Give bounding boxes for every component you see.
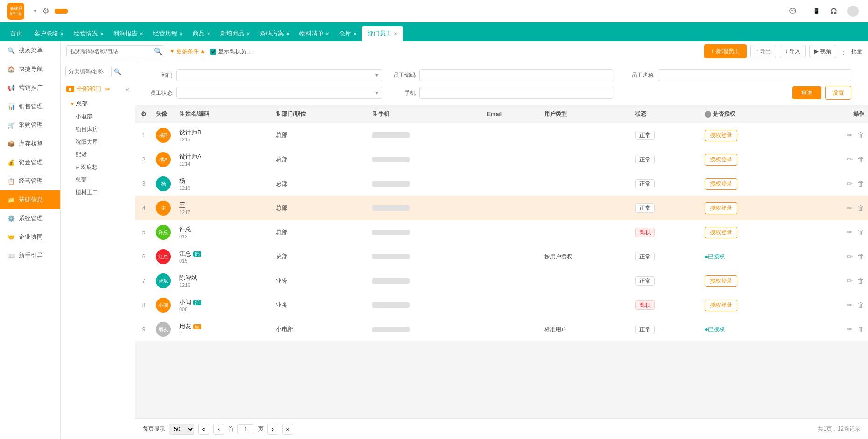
more-actions-icon[interactable]: ⋮ (840, 47, 847, 56)
dept-node-shuanglu[interactable]: ▶ 双鹿想 (72, 161, 135, 174)
sidebar-item-purchase[interactable]: 🛒 采购管理 (0, 116, 60, 134)
tab-bom[interactable]: 物料清单 ✕ (295, 26, 334, 41)
col-name[interactable]: ⇅ 姓名/编码 (175, 105, 272, 123)
import-btn[interactable]: ↓ 导入 (780, 45, 806, 58)
edit-row-icon[interactable]: ✏ (847, 228, 853, 236)
delete-row-icon[interactable]: 🗑 (857, 180, 864, 188)
col-phone[interactable]: ⇅ 手机 (368, 105, 483, 123)
export-btn[interactable]: ↑ 导出 (750, 45, 776, 58)
tab-dept-staff[interactable]: 部门员工 ✕ (362, 26, 403, 41)
set-btn[interactable]: 设置 (825, 86, 851, 100)
tab-warehouse[interactable]: 仓库 ✕ (334, 26, 361, 41)
row-avatar: 王 (152, 196, 175, 220)
show-former-label[interactable]: 显示离职员工 (210, 48, 252, 56)
sidebar-item-marketing[interactable]: 📢 营销推广 (0, 78, 60, 97)
search-icon[interactable]: 🔍 (154, 47, 163, 56)
dept-node-zhishuwang[interactable]: 植树王二 (72, 186, 135, 199)
tab-home[interactable]: 首页 (4, 26, 29, 41)
auth-login-btn[interactable]: 授权登录 (705, 227, 737, 238)
delete-row-icon[interactable]: 🗑 (857, 277, 864, 285)
sidebar-item-quicknav[interactable]: 🏠 快捷导航 (0, 60, 60, 78)
dept-node-peihuo[interactable]: 配货 (72, 148, 135, 161)
add-employee-btn[interactable]: + 新增员工 (704, 44, 747, 58)
edit-row-icon[interactable]: ✏ (847, 301, 853, 309)
sidebar-item-collab[interactable]: 🤝 企业协同 (0, 228, 60, 246)
col-settings[interactable]: ⚙ (135, 105, 152, 123)
gear-btn[interactable]: ⚙ (42, 7, 49, 15)
tab-customer[interactable]: 客户联络 ✕ (29, 26, 69, 41)
sidebar-item-business[interactable]: 📋 经营管理 (0, 172, 60, 190)
sidebar-item-inventory[interactable]: 📦 库存核算 (0, 134, 60, 153)
edit-row-icon[interactable]: ✏ (847, 155, 853, 163)
sidebar-item-system[interactable]: ⚙️ 系统管理 (0, 209, 60, 228)
delete-row-icon[interactable]: 🗑 (857, 204, 864, 212)
online-service-btn[interactable]: 🎧 (830, 8, 839, 14)
auth-login-btn[interactable]: 授权登录 (705, 300, 737, 311)
edit-row-icon[interactable]: ✏ (847, 252, 853, 260)
query-btn[interactable]: 查询 (792, 86, 821, 99)
auth-login-btn[interactable]: 授权登录 (705, 178, 737, 190)
message-btn[interactable]: 💬 (789, 8, 805, 14)
tab-profit[interactable]: 利润报告 ✕ (109, 26, 148, 41)
delete-row-icon[interactable]: 🗑 (857, 325, 864, 333)
dept-search-icon[interactable]: 🔍 (114, 68, 121, 75)
sidebar-item-search[interactable]: 🔍 搜索菜单 (0, 41, 60, 60)
video-btn[interactable]: ▶ 视频 (809, 45, 836, 58)
tab-operation[interactable]: 经营情况 ✕ (69, 26, 108, 41)
row-avatar: 智斌 (152, 269, 175, 293)
show-former-checkbox[interactable] (210, 49, 216, 55)
phone-filter-input[interactable] (419, 87, 613, 99)
first-page-btn[interactable]: « (198, 424, 209, 435)
col-dept[interactable]: ⇅ 部门/职位 (272, 105, 368, 123)
dept-select[interactable]: ▾ (176, 69, 382, 81)
filter-btn[interactable]: ▼ 更多条件 ▲ (169, 48, 206, 56)
dept-node-projectroom[interactable]: 项目库房 (72, 123, 135, 136)
last-page-btn[interactable]: » (282, 424, 293, 435)
delete-row-icon[interactable]: 🗑 (857, 301, 864, 309)
tab-barcode[interactable]: 条码方案 ✕ (255, 26, 294, 41)
edit-row-icon[interactable]: ✏ (847, 131, 853, 139)
edit-row-icon[interactable]: ✏ (847, 204, 853, 212)
sidebar-item-sales[interactable]: 📊 销售管理 (0, 97, 60, 116)
next-page-btn[interactable]: › (267, 424, 278, 435)
dept-node-xiaodibu[interactable]: 小电部 (72, 111, 135, 123)
edit-row-icon[interactable]: ✏ (847, 325, 853, 333)
all-dept-label[interactable]: 全部部门 (77, 85, 101, 93)
sidebar-item-guide[interactable]: 📖 新手引导 (0, 246, 60, 265)
dept-search-input[interactable] (65, 66, 112, 77)
per-page-select[interactable]: 50 20 100 (169, 424, 194, 435)
tab-add-goods[interactable]: 新增商品 ✕ (215, 26, 255, 41)
delete-row-icon[interactable]: 🗑 (857, 228, 864, 236)
auth-login-btn[interactable]: 授权登录 (705, 202, 737, 214)
sidebar-item-finance[interactable]: 💰 资金管理 (0, 153, 60, 172)
edit-icon[interactable]: ✏ (105, 85, 111, 93)
auth-info-icon[interactable]: i (705, 111, 711, 118)
collapse-icon[interactable]: « (125, 85, 129, 93)
user-area[interactable] (847, 6, 861, 17)
status-badge: 正常 (635, 203, 655, 213)
emp-status-select[interactable]: ▾ (176, 87, 382, 99)
prev-page-btn[interactable]: ‹ (213, 424, 224, 435)
tab-goods[interactable]: 商品 ✕ (188, 26, 215, 41)
sidebar-item-basic[interactable]: 📁 基础信息 (0, 190, 60, 209)
delete-row-icon[interactable]: 🗑 (857, 131, 864, 139)
tab-process[interactable]: 经营历程 ✕ (148, 26, 187, 41)
auth-login-btn[interactable]: 授权登录 (705, 154, 737, 166)
search-input[interactable] (66, 45, 164, 57)
emp-name-input[interactable] (658, 69, 851, 81)
dept-node-shenyangdaku[interactable]: 沈阳大库 (72, 136, 135, 148)
dept-node-zongbu-parent[interactable]: ▼ 总部 (66, 97, 135, 111)
dropdown-icon[interactable]: ▾ (34, 7, 37, 14)
edit-row-icon[interactable]: ✏ (847, 180, 853, 188)
app-download-btn[interactable]: 📱 (813, 8, 822, 14)
edit-row-icon[interactable]: ✏ (847, 277, 853, 285)
print-label[interactable]: 批量 (851, 48, 862, 56)
delete-row-icon[interactable]: 🗑 (857, 155, 864, 163)
page-input[interactable] (237, 424, 254, 434)
trial-button[interactable] (55, 9, 68, 14)
auth-login-btn[interactable]: 授权登录 (705, 275, 737, 287)
auth-login-btn[interactable]: 授权登录 (705, 130, 737, 141)
dept-node-zongbu[interactable]: 总部 (72, 174, 135, 186)
emp-code-input[interactable] (419, 69, 613, 81)
delete-row-icon[interactable]: 🗑 (857, 252, 864, 260)
